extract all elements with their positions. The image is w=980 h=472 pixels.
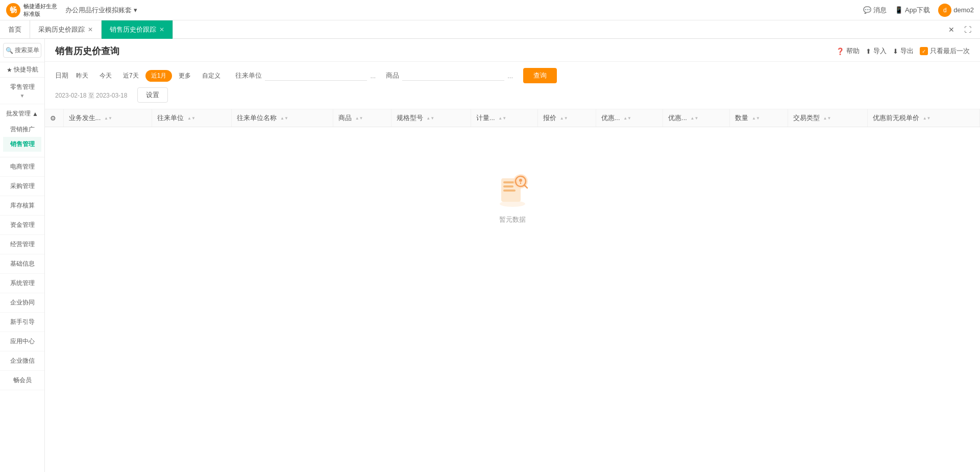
counterpart-input[interactable] bbox=[265, 70, 367, 81]
sort-icon: ▲▼ bbox=[752, 116, 760, 121]
th-biz-date[interactable]: 业务发生... ▲▼ bbox=[63, 109, 152, 127]
page-header: 销售历史价查询 ❓ 帮助 ⬆ 导入 ⬇ 导出 ✓ 只看最后一次 bbox=[45, 39, 980, 62]
table-container: ⚙ 业务发生... ▲▼ 往来单位 ▲▼ 往来单位名称 ▲▼ bbox=[45, 109, 980, 472]
sort-icon: ▲▼ bbox=[187, 116, 195, 121]
sidebar-item-system[interactable]: 系统管理 bbox=[0, 274, 44, 293]
tab-sales-history[interactable]: 销售历史价跟踪 ✕ bbox=[102, 20, 173, 39]
sidebar-item-purchase[interactable]: 采购管理 bbox=[0, 177, 44, 196]
date-btn-yesterday[interactable]: 昨天 bbox=[71, 70, 93, 82]
th-trade-type[interactable]: 交易类型 ▲▼ bbox=[788, 109, 867, 127]
data-table: ⚙ 业务发生... ▲▼ 往来单位 ▲▼ 往来单位名称 ▲▼ bbox=[45, 109, 980, 127]
empty-state: 暂元数据 bbox=[45, 127, 980, 265]
date-btn-today[interactable]: 今天 bbox=[95, 70, 116, 82]
date-btn-7days[interactable]: 近7天 bbox=[118, 70, 143, 82]
sidebar-item-app-center[interactable]: 应用中心 bbox=[0, 332, 44, 351]
only-last-toggle[interactable]: ✓ 只看最后一次 bbox=[920, 46, 970, 56]
tab-controls: ✕ ⛶ bbox=[945, 23, 980, 36]
export-btn[interactable]: ⬇ 导出 bbox=[893, 46, 914, 56]
sort-icon: ▲▼ bbox=[426, 116, 434, 121]
message-btn[interactable]: 💬 消息 bbox=[863, 6, 887, 15]
sidebar-item-ecommerce[interactable]: 电商管理 bbox=[0, 157, 44, 177]
sidebar-item-retail[interactable]: 零售管理 ▼ bbox=[0, 78, 44, 104]
filter-row-2: 2023-02-18 至 2023-03-18 设置 bbox=[55, 87, 970, 103]
th-unit[interactable]: 计量... ▲▼ bbox=[471, 109, 537, 127]
sort-icon: ▲▼ bbox=[104, 116, 112, 121]
svg-point-8 bbox=[519, 179, 522, 182]
sidebar-item-enterprise[interactable]: 企业协同 bbox=[0, 293, 44, 313]
app-selector[interactable]: 办公用品行业模拟账套 ▾ bbox=[61, 6, 141, 15]
topbar-left: 畅 畅捷通好生意 标准版 办公用品行业模拟账套 ▾ bbox=[6, 3, 141, 17]
table-header: ⚙ 业务发生... ▲▼ 往来单位 ▲▼ 往来单位名称 ▲▼ bbox=[45, 109, 980, 127]
search-menu-btn[interactable]: 🔍 搜索菜单 bbox=[3, 43, 41, 58]
sort-icon: ▲▼ bbox=[823, 116, 831, 121]
checkbox-icon: ✓ bbox=[920, 47, 928, 55]
page-title: 销售历史价查询 bbox=[55, 45, 119, 57]
tab-close-purchase[interactable]: ✕ bbox=[88, 26, 93, 33]
sidebar-item-operations[interactable]: 经营管理 bbox=[0, 235, 44, 254]
sidebar-item-finance[interactable]: 资金管理 bbox=[0, 216, 44, 235]
tab-purchase-history[interactable]: 采购历史价跟踪 ✕ bbox=[30, 20, 102, 39]
sort-icon: ▲▼ bbox=[923, 116, 931, 121]
export-icon: ⬇ bbox=[893, 48, 898, 55]
settings-button[interactable]: 设置 bbox=[137, 87, 168, 103]
th-quote[interactable]: 报价 ▲▼ bbox=[538, 109, 596, 127]
date-range-display: 2023-02-18 至 2023-03-18 bbox=[55, 91, 127, 100]
date-btn-more[interactable]: 更多 bbox=[174, 70, 195, 82]
import-btn[interactable]: ⬆ 导入 bbox=[866, 46, 887, 56]
empty-icon bbox=[492, 168, 533, 209]
product-more-icon[interactable]: ... bbox=[507, 72, 513, 80]
sidebar-item-sales-mgmt[interactable]: 销售管理 bbox=[3, 137, 41, 152]
sidebar-item-marketing[interactable]: 营销推广 bbox=[3, 122, 41, 137]
product-input[interactable] bbox=[402, 70, 504, 81]
filter-row-1: 日期 昨天 今天 近7天 近1月 更多 自定义 往来单位 ... bbox=[55, 68, 970, 83]
sidebar-search: 🔍 搜索菜单 bbox=[0, 39, 44, 62]
counterpart-more-icon[interactable]: ... bbox=[370, 72, 376, 80]
th-discount1[interactable]: 优惠... ▲▼ bbox=[596, 109, 663, 127]
logo-text: 畅捷通好生意 标准版 bbox=[23, 3, 57, 17]
th-discount2[interactable]: 优惠... ▲▼ bbox=[663, 109, 730, 127]
star-icon: ★ bbox=[7, 66, 12, 74]
sort-icon: ▲▼ bbox=[691, 116, 699, 121]
th-product[interactable]: 商品 ▲▼ bbox=[333, 109, 391, 127]
sidebar-item-inventory[interactable]: 库存核算 bbox=[0, 196, 44, 216]
help-icon: ❓ bbox=[836, 48, 844, 55]
help-btn[interactable]: ❓ 帮助 bbox=[836, 46, 860, 56]
message-icon: 💬 bbox=[863, 6, 871, 14]
app-download-btn[interactable]: 📱 App下载 bbox=[895, 6, 930, 15]
topbar-right: 💬 消息 📱 App下载 d demo2 bbox=[863, 4, 974, 17]
date-options: 昨天 今天 近7天 近1月 更多 自定义 bbox=[71, 70, 225, 82]
sort-icon: ▲▼ bbox=[623, 116, 631, 121]
main-layout: 🔍 搜索菜单 ★ 快捷导航 零售管理 ▼ 批发管理 ▲ 营销推广 销售管理 bbox=[0, 39, 980, 472]
sidebar-item-member[interactable]: 畅会员 bbox=[0, 371, 44, 390]
tab-home[interactable]: 首页 bbox=[0, 20, 30, 39]
download-icon: 📱 bbox=[895, 6, 903, 14]
th-qty[interactable]: 数量 ▲▼ bbox=[730, 109, 788, 127]
content-area: 销售历史价查询 ❓ 帮助 ⬆ 导入 ⬇ 导出 ✓ 只看最后一次 bbox=[45, 39, 980, 472]
sidebar-item-wholesale[interactable]: 批发管理 ▲ bbox=[3, 107, 41, 120]
user-profile[interactable]: d demo2 bbox=[938, 4, 974, 17]
sidebar-item-guide[interactable]: 新手引导 bbox=[0, 313, 44, 332]
counterpart-filter: 往来单位 ... bbox=[235, 70, 376, 81]
tab-close-sales[interactable]: ✕ bbox=[159, 26, 164, 33]
close-tab-btn[interactable]: ✕ bbox=[945, 23, 958, 36]
date-btn-1month[interactable]: 近1月 bbox=[145, 70, 173, 82]
logo-icon: 畅 bbox=[6, 3, 20, 17]
import-icon: ⬆ bbox=[866, 48, 871, 55]
search-button[interactable]: 查询 bbox=[523, 68, 557, 83]
sidebar-section-wholesale: 批发管理 ▲ 营销推广 销售管理 bbox=[0, 104, 44, 157]
date-btn-custom[interactable]: 自定义 bbox=[198, 70, 225, 82]
sidebar-item-basic-info[interactable]: 基础信息 bbox=[0, 254, 44, 274]
th-counterpart-code[interactable]: 往来单位 ▲▼ bbox=[152, 109, 232, 127]
sidebar-item-wechat[interactable]: 企业微信 bbox=[0, 351, 44, 371]
th-tax-price[interactable]: 优惠前无税单价 ▲▼ bbox=[868, 109, 980, 127]
logo-area: 畅 畅捷通好生意 标准版 bbox=[6, 3, 57, 17]
th-spec[interactable]: 规格型号 ▲▼ bbox=[391, 109, 471, 127]
th-gear[interactable]: ⚙ bbox=[45, 109, 63, 127]
sort-icon: ▲▼ bbox=[498, 116, 506, 121]
filter-bar: 日期 昨天 今天 近7天 近1月 更多 自定义 往来单位 ... bbox=[45, 62, 980, 109]
maximize-btn[interactable]: ⛶ bbox=[962, 23, 974, 36]
topbar: 畅 畅捷通好生意 标准版 办公用品行业模拟账套 ▾ 💬 消息 📱 App下载 d… bbox=[0, 0, 980, 20]
sidebar-item-quick-nav[interactable]: ★ 快捷导航 bbox=[0, 62, 44, 78]
th-counterpart-name[interactable]: 往来单位名称 ▲▼ bbox=[232, 109, 333, 127]
sort-icon: ▲▼ bbox=[355, 116, 363, 121]
